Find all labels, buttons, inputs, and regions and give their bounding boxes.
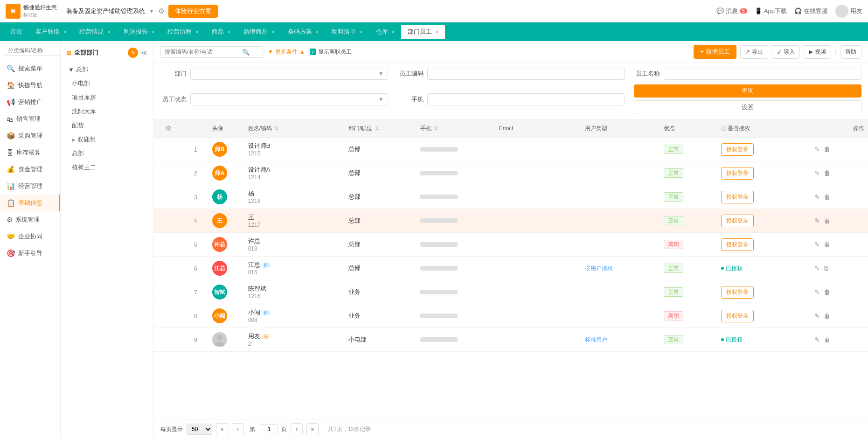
sidebar-item-inventory[interactable]: 🗄 库存核算: [0, 144, 60, 161]
empname-input[interactable]: [664, 68, 861, 80]
auth-login-btn[interactable]: 授权登录: [721, 238, 754, 251]
edit-btn[interactable]: ✎: [814, 265, 820, 272]
empcode-input[interactable]: [427, 68, 625, 80]
sidebar-item-finance[interactable]: 💰 资金管理: [0, 161, 60, 178]
sidebar-item-guide[interactable]: 🎯 新手引导: [0, 245, 60, 262]
close-icon-profit[interactable]: ×: [152, 29, 154, 35]
sidebar-item-operation[interactable]: 📊 经营管理: [0, 178, 60, 195]
delete-btn[interactable]: 🗑: [824, 193, 830, 201]
edit-btn[interactable]: ✎: [814, 193, 820, 201]
auth-login-btn[interactable]: 授权登录: [721, 191, 754, 203]
col-settings[interactable]: ⚙: [154, 119, 182, 138]
page-size-select[interactable]: 50 100 200: [187, 424, 212, 435]
auth-login-btn[interactable]: 授权登录: [721, 310, 754, 322]
copy-btn[interactable]: ⧉: [824, 265, 828, 272]
phone-input[interactable]: [427, 93, 625, 105]
prev-page-btn[interactable]: ‹: [232, 423, 244, 435]
sort-name-icon[interactable]: ⇅: [274, 125, 278, 131]
last-page-btn[interactable]: »: [306, 423, 319, 435]
dept-item-shuanglu[interactable]: ▶ 双鹿想: [61, 132, 153, 146]
delete-btn[interactable]: 🗑: [824, 217, 830, 224]
edit-btn[interactable]: ✎: [814, 336, 820, 343]
user-area[interactable]: 用友: [835, 5, 862, 18]
tab-goods[interactable]: 商品 ×: [205, 25, 237, 39]
tab-operation[interactable]: 经营情况 ×: [73, 25, 117, 39]
edit-btn[interactable]: ✎: [814, 169, 820, 177]
close-icon-customers[interactable]: ×: [63, 29, 66, 35]
edit-btn[interactable]: ✎: [814, 241, 820, 248]
tab-customers[interactable]: 客户联络 ×: [29, 25, 73, 39]
dept-item-project[interactable]: 项目库房: [61, 91, 153, 105]
help-btn[interactable]: 帮助: [840, 45, 861, 59]
delete-btn[interactable]: 🗑: [824, 336, 830, 343]
edit-btn[interactable]: ✎: [814, 312, 820, 320]
tab-home[interactable]: 首页: [4, 25, 29, 39]
dept-item-shenyang[interactable]: 沈阳大库: [61, 105, 153, 118]
sidebar-item-basic[interactable]: 📋 基础信息: [0, 195, 60, 211]
edit-btn[interactable]: ✎: [814, 288, 820, 296]
dept-edit-icon[interactable]: ✎: [128, 48, 138, 58]
tab-employees[interactable]: 部门员工 ×: [401, 25, 445, 39]
tab-add-goods[interactable]: 新增商品 ×: [237, 25, 281, 39]
app-download-btn[interactable]: 📱 App下载: [755, 7, 787, 15]
page-input[interactable]: [261, 424, 278, 434]
trial-button[interactable]: 体验行业方案: [168, 5, 218, 18]
tab-bom[interactable]: 物料清单 ×: [325, 25, 369, 39]
online-service-btn[interactable]: 🎧 在线客服: [794, 7, 828, 15]
settings-col-icon[interactable]: ⚙: [165, 124, 171, 132]
delete-btn[interactable]: 🗑: [824, 169, 830, 177]
edit-btn[interactable]: ✎: [814, 146, 820, 153]
tab-warehouse[interactable]: 仓库 ×: [369, 25, 401, 39]
close-icon-goods[interactable]: ×: [228, 29, 230, 35]
dropdown-arrow[interactable]: ▼: [149, 8, 154, 14]
sidebar-item-search[interactable]: 🔍 搜索菜单: [0, 60, 60, 77]
sidebar-item-purchase[interactable]: 📦 采购管理: [0, 127, 60, 144]
dept-item-peihuo[interactable]: 配货: [61, 118, 153, 132]
delete-btn[interactable]: 🗑: [824, 241, 830, 248]
add-employee-btn[interactable]: + 新增员工: [694, 45, 736, 59]
import-btn[interactable]: ↙ 导入: [772, 45, 800, 59]
close-icon-operation[interactable]: ×: [107, 29, 110, 35]
tab-profit[interactable]: 利润报告 ×: [117, 25, 161, 39]
sidebar-search-input[interactable]: [5, 45, 61, 56]
sidebar-item-sales[interactable]: 🛍 销售管理: [0, 111, 60, 127]
close-icon-journey[interactable]: ×: [195, 29, 198, 35]
close-icon-employees[interactable]: ×: [436, 29, 438, 35]
dept-item-xiaodian[interactable]: 小电部: [61, 77, 153, 91]
settings-icon[interactable]: ⚙: [158, 7, 165, 15]
next-page-btn[interactable]: ›: [291, 423, 303, 435]
edit-btn[interactable]: ✎: [814, 217, 820, 224]
more-filter-btn[interactable]: ▼ 更多条件 ▲: [268, 48, 305, 56]
video-btn[interactable]: ▶ 视频: [804, 45, 831, 59]
sidebar-item-system[interactable]: ⚙ 系统管理: [0, 211, 60, 228]
auth-login-btn[interactable]: 授权登录: [721, 143, 754, 156]
search-icon[interactable]: 🔍: [242, 49, 250, 56]
auth-login-btn[interactable]: 授权登录: [721, 286, 754, 299]
delete-btn[interactable]: 🗑: [824, 146, 830, 153]
close-icon-add-goods[interactable]: ×: [271, 29, 274, 35]
export-btn[interactable]: ↗ 导出: [740, 45, 768, 59]
message-btn[interactable]: 💬 消息 5: [716, 7, 747, 15]
dept-select[interactable]: ▼: [190, 68, 388, 80]
collapse-btn[interactable]: ≪: [141, 49, 148, 56]
tab-barcode[interactable]: 条码方案 ×: [281, 25, 325, 39]
empstatus-select[interactable]: ▼: [190, 93, 388, 105]
set-btn[interactable]: 设置: [634, 100, 861, 114]
sidebar-item-collab[interactable]: 🤝 企业协同: [0, 228, 60, 245]
dept-all-btn[interactable]: ⊞ 全部部门: [66, 49, 98, 57]
tab-journey[interactable]: 经营历程 ×: [161, 25, 205, 39]
dept-item-zongbu-parent[interactable]: ▼ 总部: [61, 63, 153, 77]
query-btn[interactable]: 查询: [634, 84, 861, 98]
dept-item-zhishu[interactable]: 植树王二: [61, 160, 153, 174]
first-page-btn[interactable]: «: [216, 423, 228, 435]
close-icon-barcode[interactable]: ×: [316, 29, 319, 35]
auth-login-btn[interactable]: 授权登录: [721, 215, 754, 227]
show-departed-toggle[interactable]: ✓ 显示离职员工: [310, 48, 352, 56]
search-input[interactable]: [165, 49, 239, 55]
sort-phone-icon[interactable]: ⇅: [434, 125, 438, 131]
sidebar-item-marketing[interactable]: 📢 营销推广: [0, 94, 60, 111]
dept-item-zongbu-child[interactable]: 总部: [61, 146, 153, 160]
close-icon-bom[interactable]: ×: [360, 29, 362, 35]
close-icon-warehouse[interactable]: ×: [392, 29, 395, 35]
sidebar-item-quicknav[interactable]: 🏠 快捷导航: [0, 77, 60, 94]
